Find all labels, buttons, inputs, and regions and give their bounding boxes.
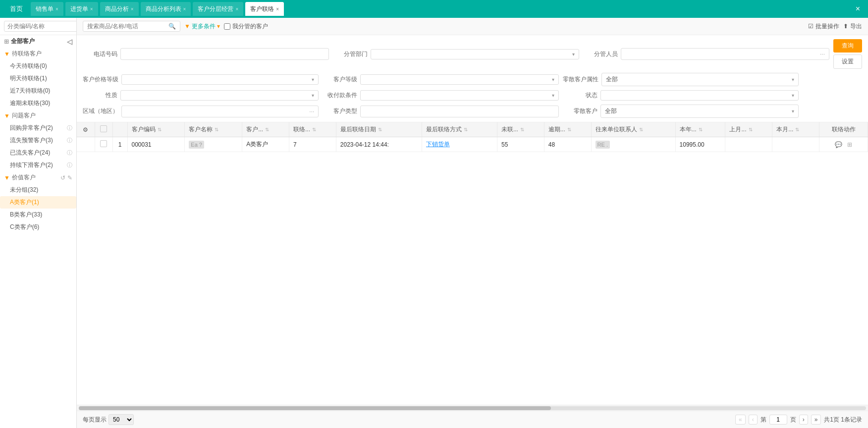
th-contact[interactable]: 联络... ⇅ xyxy=(289,122,336,137)
td-last-method[interactable]: 下销货单 xyxy=(422,137,497,152)
sidebar-group-pending[interactable]: ▼ 待联络客户 xyxy=(0,48,76,60)
sidebar-item-7days[interactable]: 近7天待联络(0) xyxy=(0,85,76,97)
filter-search-input[interactable] xyxy=(87,23,166,30)
sidebar-arrow-icon3: ▼ xyxy=(4,174,10,181)
scrollbar-track[interactable] xyxy=(79,406,866,410)
nav-tab-purchase-close[interactable]: × xyxy=(90,6,93,12)
query-button[interactable]: 查询 xyxy=(833,39,862,53)
last-page-btn[interactable]: » xyxy=(811,415,821,425)
sidebar-item-today[interactable]: 今天待联络(0) xyxy=(0,60,76,72)
sidebar-item-unclassified[interactable]: 未分组(32) xyxy=(0,184,76,196)
sidebar-group-problem[interactable]: ▼ 问题客户 xyxy=(0,109,76,122)
scrollbar-thumb[interactable] xyxy=(79,406,551,410)
th-uncontact[interactable]: 未联... ⇅ xyxy=(497,122,544,137)
th-last-method[interactable]: 最后联络方式 ⇅ xyxy=(422,122,497,137)
main-layout: 🔍 ⊞ 全部客户 ◁ ▼ 待联络客户 今天待联络(0) 明天待联络(1) 近7天… xyxy=(0,18,868,428)
adv-field-cust-type: 客户类型 xyxy=(323,106,558,117)
unit-contact-text: RE . xyxy=(596,141,610,149)
adv-select-manager[interactable]: ··· xyxy=(621,48,829,60)
prev-page-btn[interactable]: ‹ xyxy=(749,415,758,425)
adv-select-retail-attr[interactable]: 全部 ▾ xyxy=(601,73,799,86)
nav-tab-customer-tier[interactable]: 客户分层经营 × xyxy=(193,2,243,16)
filter-more-btn[interactable]: ▼ 更多条件 ▾ xyxy=(184,22,220,31)
adv-select-dept[interactable]: ▾ xyxy=(371,49,579,59)
gear-icon[interactable]: ⚙ xyxy=(83,126,88,133)
sidebar-item-class-a[interactable]: A类客户(1) xyxy=(0,196,76,209)
sidebar-search-input[interactable] xyxy=(4,21,77,32)
td-check[interactable] xyxy=(95,137,112,152)
th-gear[interactable]: ⚙ xyxy=(77,122,95,137)
nav-tab-analysis-list-close[interactable]: × xyxy=(183,6,186,12)
nav-tab-analysis[interactable]: 商品分析 × xyxy=(100,2,139,16)
th-unit-contact[interactable]: 往来单位联系人 ⇅ xyxy=(591,122,675,137)
th-level[interactable]: 客户... ⇅ xyxy=(242,122,289,137)
th-cur-month[interactable]: 本月... ⇅ xyxy=(772,122,819,137)
sidebar-item-tomorrow[interactable]: 明天待联络(1) xyxy=(0,72,76,85)
adv-select-payment[interactable]: ▾ xyxy=(360,90,558,101)
export-icon: ⬆ xyxy=(843,23,848,30)
my-customers-checkbox[interactable] xyxy=(224,23,230,30)
nav-tab-analysis-close[interactable]: × xyxy=(131,6,134,12)
adv-input-phone[interactable] xyxy=(120,48,329,60)
sidebar-all-customers[interactable]: ⊞ 全部客户 ◁ xyxy=(0,35,76,48)
sidebar-item-declining[interactable]: 持续下滑客户(2) ⓘ xyxy=(0,159,76,171)
adv-select-nature[interactable]: ▾ xyxy=(120,90,319,101)
adv-select-status[interactable]: ▾ xyxy=(600,90,799,101)
th-code[interactable]: 客户编码 ⇅ xyxy=(127,122,185,137)
sort-icon-last-date: ⇅ xyxy=(378,127,382,132)
nav-home[interactable]: 首页 xyxy=(4,4,29,13)
sidebar-item-churn-warning[interactable]: 流失预警客户(3) ⓘ xyxy=(0,134,76,147)
nav-tab-purchase[interactable]: 进货单 × xyxy=(65,2,98,16)
filter-more-arrow: ▾ xyxy=(217,23,220,30)
sidebar-item-churned[interactable]: 已流失客户(24) ⓘ xyxy=(0,147,76,159)
adv-select-region[interactable]: ··· xyxy=(121,106,319,117)
my-customers-checkbox-label[interactable]: 我分管的客户 xyxy=(224,22,268,31)
adv-row-2: 客户价格等级 ▾ 客户等级 ▾ 零散客户属性 全部 xyxy=(83,73,862,86)
chat-action-icon[interactable]: 💬 xyxy=(835,141,842,148)
filter-search-icon[interactable]: 🔍 xyxy=(168,23,176,30)
sidebar-item-class-c[interactable]: C类客户(6) xyxy=(0,221,76,233)
sidebar-item-overdue[interactable]: 逾期未联络(30) xyxy=(0,97,76,109)
batch-op-btn[interactable]: ☑ 批量操作 xyxy=(808,22,839,31)
sidebar-edit-icon[interactable]: ✎ xyxy=(67,174,72,181)
adv-select-retail[interactable]: 全部 ▾ xyxy=(600,105,799,118)
th-last-date[interactable]: 最后联络日期 ⇅ xyxy=(336,122,422,137)
nav-tab-sales-close[interactable]: × xyxy=(55,6,58,12)
sidebar-collapse-icon[interactable]: ◁ xyxy=(67,38,72,46)
row-checkbox[interactable] xyxy=(100,140,107,147)
th-overdue[interactable]: 逾期... ⇅ xyxy=(544,122,591,137)
sidebar-group-pending-label: 待联络客户 xyxy=(12,50,42,58)
sidebar-item-abnormal-repurchase[interactable]: 回购异常客户(2) ⓘ xyxy=(0,122,76,134)
nav-tab-sales[interactable]: 销售单 × xyxy=(31,2,63,16)
last-method-link[interactable]: 下销货单 xyxy=(426,141,450,148)
adv-select-price-level[interactable]: ▾ xyxy=(121,74,319,85)
adv-field-retail-attr: 零散客户属性 全部 ▾ xyxy=(563,73,799,86)
grid-action-icon[interactable]: ⊞ xyxy=(847,141,852,148)
th-check[interactable] xyxy=(95,122,112,137)
adv-select-cust-level[interactable]: ▾ xyxy=(360,74,558,85)
sidebar-refresh-icon[interactable]: ↺ xyxy=(60,174,65,181)
window-close-button[interactable]: × xyxy=(852,4,864,13)
sort-icon-last-month: ⇅ xyxy=(749,127,753,132)
current-page-input[interactable] xyxy=(769,415,787,425)
settings-button[interactable]: 设置 xyxy=(833,54,862,69)
first-page-btn[interactable]: « xyxy=(735,415,746,425)
next-page-btn[interactable]: › xyxy=(799,415,808,425)
th-last-month[interactable]: 上月... ⇅ xyxy=(725,122,772,137)
export-btn[interactable]: ⬆ 导出 xyxy=(843,22,862,31)
adv-retail-arrow: ▾ xyxy=(792,108,794,114)
adv-field-nature: 性质 ▾ xyxy=(83,90,319,101)
adv-select-dept-arrow: ▾ xyxy=(572,52,575,57)
th-cur-year[interactable]: 本年... ⇅ xyxy=(675,122,725,137)
sidebar-group-value[interactable]: ▼ 价值客户 xyxy=(4,173,36,182)
horizontal-scrollbar[interactable] xyxy=(77,405,868,411)
nav-tab-customer-contact[interactable]: 客户联络 × xyxy=(245,2,284,16)
adv-input-cust-type[interactable] xyxy=(360,106,558,117)
nav-tab-analysis-list[interactable]: 商品分析列表 × xyxy=(141,2,191,16)
nav-tab-customer-contact-close[interactable]: × xyxy=(276,6,279,12)
page-size-select[interactable]: 10 20 50 100 xyxy=(108,414,134,425)
sidebar-item-class-b[interactable]: B类客户(33) xyxy=(0,209,76,221)
nav-tab-customer-tier-close[interactable]: × xyxy=(235,6,238,12)
th-name[interactable]: 客户名称 ⇅ xyxy=(185,122,242,137)
select-all-checkbox[interactable] xyxy=(100,125,107,132)
